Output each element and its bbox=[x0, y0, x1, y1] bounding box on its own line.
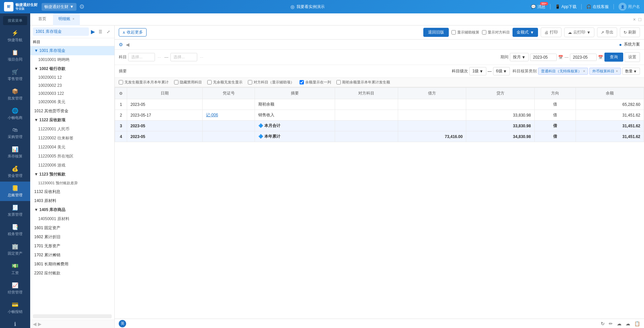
account-item-10010001[interactable]: 10010001 哟哟哟 bbox=[30, 55, 114, 64]
date-cal-icon[interactable]: 📅 bbox=[558, 55, 563, 60]
account-item-1012[interactable]: 1012 其他货币资金 bbox=[30, 107, 114, 116]
account-item-14050001[interactable]: 14050001 原材料 bbox=[30, 214, 114, 223]
opt-hide-disabled-check[interactable] bbox=[174, 80, 178, 84]
account-item-11220004[interactable]: 11220004 美元 bbox=[30, 143, 114, 152]
bottom-copy-icon[interactable]: 📋 bbox=[634, 321, 640, 326]
app-download-btn[interactable]: 📱 App下载 bbox=[555, 4, 577, 10]
gear-icon[interactable]: ⚙ bbox=[79, 3, 85, 10]
opt-balance-one-col-check[interactable] bbox=[300, 80, 304, 84]
account-item-1601[interactable]: 1601 固定资产 bbox=[30, 223, 114, 233]
tree-expand-icon[interactable]: ⤢ bbox=[105, 28, 112, 35]
tree-nav-left[interactable]: ◀ bbox=[33, 321, 37, 327]
cat-tag-foreign-close[interactable]: × bbox=[616, 69, 618, 73]
account-item-2202[interactable]: 2202 应付账款 bbox=[30, 269, 114, 278]
set-btn[interactable]: 设置 bbox=[625, 52, 640, 62]
sidebar-item-fixed-assets[interactable]: 🏢 固定资产 bbox=[0, 240, 30, 259]
account-item-11220001[interactable]: 11220001 人民币 bbox=[30, 125, 114, 134]
account-item-11220005[interactable]: 11220005 所在地区 bbox=[30, 152, 114, 161]
qty-btn[interactable]: 数量 ▼ bbox=[622, 68, 640, 75]
account-item-11230001[interactable]: 11230001 预付账款差异 bbox=[30, 179, 114, 187]
account-item-1405[interactable]: ▼ 1405 库存商品 bbox=[30, 205, 114, 214]
export-btn[interactable]: ↗ 导出 bbox=[597, 27, 617, 37]
opt-no-balance-occur-check[interactable] bbox=[207, 80, 212, 84]
amount-style-btn[interactable]: 金额式 ▼ bbox=[513, 28, 538, 37]
sidebar-item-ledger[interactable]: 📒 总账管理 bbox=[0, 182, 30, 201]
cat-tag-normal-close[interactable]: × bbox=[583, 69, 585, 73]
sidebar-item-ecommerce[interactable]: 🌐 小畅电商 bbox=[0, 104, 30, 124]
tree-nav-right[interactable]: ▶ bbox=[38, 321, 42, 327]
sidebar-item-quick-nav[interactable]: ⚡ 快捷导航 bbox=[0, 26, 30, 46]
account-item-1602[interactable]: 1602 累计折旧 bbox=[30, 233, 114, 242]
bottom-cloud1-icon[interactable]: ☁ bbox=[617, 321, 622, 326]
account-item-1403[interactable]: 1403 原材料 bbox=[30, 196, 114, 205]
tab-close-icon[interactable]: × bbox=[72, 17, 74, 21]
date-cal-icon2[interactable]: 📅 bbox=[598, 55, 603, 60]
print-btn[interactable]: 🖨 打印 bbox=[541, 27, 561, 37]
sidebar-item-retail[interactable]: 🛒 零售管理 bbox=[0, 65, 30, 85]
account-item-1132[interactable]: 1132 应收利息 bbox=[30, 187, 114, 196]
tree-scrollbar[interactable] bbox=[33, 314, 112, 318]
account-item-1702[interactable]: 1702 累计摊销 bbox=[30, 251, 114, 260]
account-item-11220002[interactable]: 11220002 往来标签 bbox=[30, 134, 114, 143]
sidebar-item-salary[interactable]: 💵 工资 bbox=[0, 259, 30, 279]
subject-to-input[interactable]: 选择... bbox=[170, 53, 197, 61]
bottom-cloud2-icon[interactable]: ☁ bbox=[626, 321, 630, 326]
refresh-btn[interactable]: ↻ 刷新 bbox=[620, 27, 640, 37]
account-item-10020006[interactable]: 10020006 美元 bbox=[30, 97, 114, 107]
account-item-1002[interactable]: ▼ 1002 银行存款 bbox=[30, 64, 114, 73]
account-item-1701[interactable]: 1701 无形资产 bbox=[30, 242, 114, 251]
online-service-btn[interactable]: 🎧 在线客服 bbox=[586, 4, 609, 10]
date-to-input[interactable]: 2023-05 bbox=[570, 54, 597, 61]
bottom-refresh-icon[interactable]: ↻ bbox=[601, 321, 605, 326]
opt-no-occur-check[interactable] bbox=[119, 80, 123, 84]
level-from-select[interactable]: 1级 ▼ bbox=[469, 67, 486, 75]
opt-opposite-show-check[interactable] bbox=[248, 80, 252, 84]
sidebar-item-operation[interactable]: 📈 经营管理 bbox=[0, 279, 30, 298]
demo-link[interactable]: ◎ 我要看实例演示 bbox=[85, 4, 531, 10]
more-btn[interactable]: ∧ 收起更多 bbox=[119, 28, 147, 37]
date-from-input[interactable]: 2023-05 bbox=[530, 54, 557, 61]
account-item-1122[interactable]: ▼ 1122 应收款项 bbox=[30, 116, 114, 125]
sidebar-item-marketing[interactable]: 💳 小畅报销 bbox=[0, 298, 30, 318]
scheme-settings-icon[interactable]: ⚙ bbox=[119, 42, 123, 47]
sidebar-item-purchase[interactable]: 🛍 采购管理 bbox=[0, 124, 30, 143]
eat-btn[interactable]: 英 bbox=[119, 320, 126, 327]
sidebar-item-capital[interactable]: 💰 资金管理 bbox=[0, 162, 30, 182]
user-avatar[interactable]: 👤 用户名 bbox=[619, 3, 640, 11]
level-to-select[interactable]: 6级 ▼ bbox=[493, 67, 510, 75]
sidebar-item-tax[interactable]: 📑 税务管理 bbox=[0, 220, 30, 240]
auxiliary-checkbox[interactable] bbox=[451, 30, 456, 35]
tree-list-icon[interactable]: ☰ bbox=[97, 28, 104, 35]
query-btn[interactable]: 查询 bbox=[604, 53, 623, 62]
sidebar-item-project[interactable]: 📋 项目合同 bbox=[0, 46, 30, 65]
company-selector[interactable]: 畅捷通好生财 ▼ bbox=[42, 3, 76, 11]
tab-detail[interactable]: 明细账 × bbox=[53, 13, 80, 25]
bottom-edit-icon[interactable]: ✏ bbox=[609, 321, 613, 326]
back-old-version-btn[interactable]: 退回旧版 bbox=[423, 28, 449, 37]
window-expand-btn[interactable]: □ bbox=[639, 17, 641, 22]
row-voucher-2[interactable]: 记-006 bbox=[203, 110, 255, 121]
account-item-1001[interactable]: ▼ 1001 库存现金 bbox=[30, 46, 114, 55]
sidebar-item-inventory[interactable]: 📊 库存核算 bbox=[0, 143, 30, 162]
opt-initial-show-check[interactable] bbox=[336, 80, 341, 84]
col-settings[interactable]: ⚙ bbox=[115, 88, 127, 99]
account-item-10020002[interactable]: 10020002 23 bbox=[30, 81, 114, 89]
collapse-icon[interactable]: ◀ bbox=[126, 42, 129, 47]
opposite-checkbox[interactable] bbox=[482, 30, 486, 35]
account-item-11220006[interactable]: 11220006 游戏 bbox=[30, 161, 114, 170]
account-item-10020001[interactable]: 10020001 12 bbox=[30, 73, 114, 81]
sidebar-item-base-info[interactable]: ℹ 基础信息 bbox=[0, 318, 30, 328]
message-btn[interactable]: 💬 消息 99+ bbox=[531, 4, 545, 10]
cloud-print-btn[interactable]: ☁ 云打印 ▼ bbox=[564, 27, 594, 37]
period-select[interactable]: 按月 ▼ bbox=[510, 53, 529, 61]
navigate-next-btn[interactable]: ▶ bbox=[91, 28, 95, 35]
subject-from-input[interactable]: 选择... bbox=[128, 53, 155, 61]
account-item-1801[interactable]: 1801 长期待摊费用 bbox=[30, 260, 114, 269]
account-item-10020003[interactable]: 10020003 122 bbox=[30, 89, 114, 97]
sidebar-item-wholesale[interactable]: 📦 批发管理 bbox=[0, 85, 30, 104]
window-close-btn[interactable]: × bbox=[633, 17, 636, 22]
tab-home[interactable]: 首页 bbox=[33, 13, 52, 25]
sidebar-item-invoice[interactable]: 🧾 发票管理 bbox=[0, 201, 30, 220]
account-item-1123[interactable]: ▼ 1123 预付账款 bbox=[30, 170, 114, 179]
search-menu[interactable]: 搜索菜单 bbox=[3, 16, 27, 25]
